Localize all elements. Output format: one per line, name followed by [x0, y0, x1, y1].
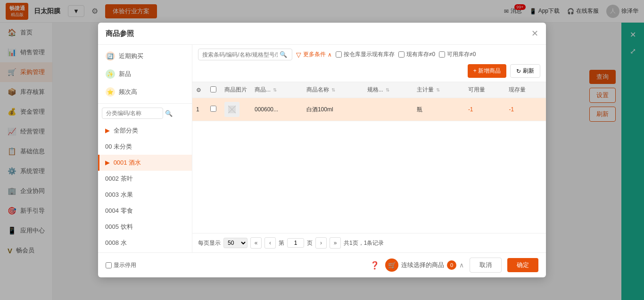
col-spec[interactable]: 规格... ⇅ [363, 82, 413, 98]
row-spec [363, 98, 413, 121]
per-page-select[interactable]: 50 100 200 [223, 238, 248, 248]
cat-0005[interactable]: 0005 饮料 [98, 219, 192, 235]
total-info: 共1页，1条记录 [344, 239, 384, 247]
add-product-button[interactable]: + 新增商品 [468, 64, 506, 78]
refresh-button[interactable]: ↻ 刷新 [510, 64, 540, 78]
stock-zero-checkbox-group: 现有库存≠0 [398, 50, 435, 58]
cat-0005-label: 0005 饮料 [105, 223, 133, 230]
modal-right-panel: 🔍 ▽ 更多条件 ∧ 按仓库显示现有库存 现有库存≠0 [192, 45, 546, 252]
quick-frequent[interactable]: ⭐ 频次高 [102, 84, 188, 100]
refresh-icon: ↻ [516, 68, 521, 75]
page-last-button[interactable]: » [330, 237, 341, 249]
select-all-checkbox[interactable] [210, 86, 216, 92]
recent-icon: 🔄 [106, 51, 115, 61]
cat-all[interactable]: ▶ 全部分类 [98, 123, 192, 139]
page-input[interactable] [287, 238, 304, 248]
quick-freq-label: 频次高 [119, 88, 137, 96]
footer-right: ❓ 🛒 连续选择的商品 0 ∧ 取消 确定 [370, 258, 538, 273]
row-index: 1 [192, 98, 206, 121]
cat-0003-label: 0003 水果 [105, 191, 133, 198]
col-product-name[interactable]: 商品名称 ⇅ [303, 82, 363, 98]
pagination-bar: 每页显示 50 100 200 « ‹ 第 页 › » 共1页，1条记录 [192, 233, 546, 252]
table-row[interactable]: 1 000600... 白酒100ml 瓶 [192, 98, 546, 121]
cat-arrow-0001: ▶ [105, 159, 110, 166]
cat-0002-label: 0002 茶叶 [105, 175, 133, 182]
modal-left-panel: 🔄 近期购买 ✨ 新品 ⭐ 频次高 🔍 [98, 45, 192, 252]
product-toolbar: 🔍 ▽ 更多条件 ∧ 按仓库显示现有库存 现有库存≠0 [192, 45, 546, 82]
cat-0008[interactable]: 0008 水 [98, 235, 192, 251]
cat-0004[interactable]: 0004 零食 [98, 203, 192, 219]
product-reference-modal: 商品参照 ✕ 🔄 近期购买 ✨ 新品 ⭐ 频次高 [98, 23, 546, 277]
cat-00[interactable]: 00 未分类 [98, 139, 192, 155]
page-prev-button[interactable]: ‹ [264, 237, 276, 249]
cart-count: 0 [447, 260, 456, 270]
warehouse-label: 按仓库显示现有库存 [344, 50, 395, 58]
col-product-image: 商品图片 [221, 82, 251, 98]
quick-new[interactable]: ✨ 新品 [102, 67, 188, 82]
row-name: 白酒100ml [303, 98, 363, 121]
modal-close-button[interactable]: ✕ [531, 28, 538, 39]
cat-arrow-all: ▶ [105, 127, 110, 134]
product-thumbnail [224, 102, 239, 117]
cat-0003[interactable]: 0003 水果 [98, 187, 192, 203]
help-icon[interactable]: ❓ [370, 261, 380, 270]
modal-body: 🔄 近期购买 ✨ 新品 ⭐ 频次高 🔍 [98, 45, 546, 252]
quick-recent[interactable]: 🔄 近期购买 [102, 49, 188, 64]
toolbar-right-actions: + 新增商品 ↻ 刷新 [468, 64, 540, 78]
filter-label: 更多条件 [303, 50, 326, 58]
col-stock[interactable]: 现存量 [505, 82, 546, 98]
chevron-up-icon[interactable]: ∧ [459, 261, 464, 269]
col-unit[interactable]: 主计量 ⇅ [413, 82, 464, 98]
cart-area: 🛒 连续选择的商品 0 ∧ [385, 258, 464, 272]
modal-title: 商品参照 [106, 29, 134, 38]
quick-access: 🔄 近期购买 ✨ 新品 ⭐ 频次高 [98, 45, 192, 104]
cart-label: 连续选择的商品 [401, 261, 444, 269]
show-disabled-text: 显示停用 [114, 261, 136, 269]
new-icon: ✨ [106, 69, 115, 79]
cat-search-input[interactable] [102, 108, 163, 119]
cat-0001[interactable]: ▶ 0001 酒水 [98, 155, 192, 171]
quick-recent-label: 近期购买 [119, 52, 143, 60]
page-label: 第 [279, 239, 284, 247]
confirm-button[interactable]: 确定 [507, 258, 538, 272]
filter-button[interactable]: ▽ 更多条件 ∧ [296, 50, 332, 58]
cat-0002[interactable]: 0002 茶叶 [98, 171, 192, 187]
show-disabled-label: 显示停用 [106, 261, 136, 269]
row-check [206, 98, 221, 121]
row-available: -1 [464, 98, 505, 121]
cancel-button[interactable]: 取消 [470, 258, 502, 273]
show-disabled-checkbox[interactable] [106, 262, 112, 268]
row-stock: -1 [505, 98, 546, 121]
cat-0004-label: 0004 零食 [105, 207, 133, 214]
cat-0001-label: 0001 酒水 [114, 159, 141, 166]
col-available[interactable]: 可用量 [464, 82, 505, 98]
cat-all-label: 全部分类 [114, 127, 138, 134]
product-search-input[interactable] [202, 51, 278, 58]
cat-0008-label: 0008 水 [105, 239, 127, 246]
cat-search-icon[interactable]: 🔍 [165, 110, 173, 117]
col-check [206, 82, 221, 98]
row-unit: 瓶 [413, 98, 464, 121]
modal-header: 商品参照 ✕ [98, 23, 546, 45]
warehouse-checkbox-group: 按仓库显示现有库存 [336, 50, 395, 58]
product-search-bar: 🔍 [198, 49, 292, 60]
product-table: ⚙ 商品图片 商品... ⇅ 商品名称 ⇅ 规格... ⇅ 主计量 ⇅ 可用量 … [192, 82, 546, 233]
avail-zero-checkbox-group: 可用库存≠0 [439, 50, 476, 58]
col-product-code[interactable]: 商品... ⇅ [251, 82, 303, 98]
cat-00-label: 00 未分类 [105, 143, 132, 150]
filter-icon: ▽ [296, 51, 301, 58]
row-code: 000600... [251, 98, 303, 121]
page-first-button[interactable]: « [250, 237, 262, 249]
freq-icon: ⭐ [106, 87, 115, 97]
col-settings[interactable]: ⚙ [192, 82, 206, 98]
row-image [221, 98, 251, 121]
product-search-icon[interactable]: 🔍 [280, 51, 287, 58]
row-checkbox[interactable] [210, 106, 216, 112]
avail-zero-checkbox[interactable] [439, 51, 445, 58]
cart-icon: 🛒 [385, 258, 398, 272]
stock-zero-checkbox[interactable] [398, 51, 405, 58]
warehouse-checkbox[interactable] [336, 51, 342, 58]
category-list: ▶ 全部分类 00 未分类 ▶ 0001 酒水 0002 茶叶 0003 水果 [98, 123, 192, 252]
page-next-button[interactable]: › [315, 237, 327, 249]
stock-zero-label: 现有库存≠0 [406, 50, 435, 58]
